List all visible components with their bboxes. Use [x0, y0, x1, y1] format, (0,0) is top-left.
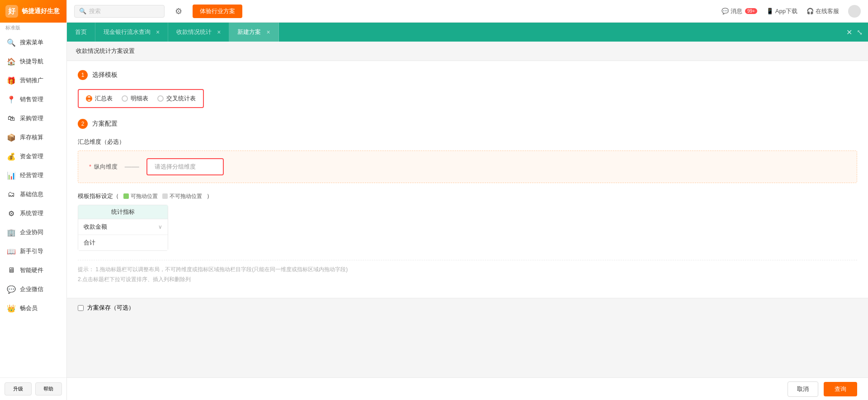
app-download-button[interactable]: 📱 App下载 — [766, 7, 797, 15]
radio-detail-circle — [122, 95, 128, 102]
sidebar-item-hardware[interactable]: 🖥智能硬件 — [0, 261, 66, 280]
radio-summary[interactable]: 汇总表 — [86, 94, 113, 103]
sidebar-item-member[interactable]: 👑畅会员 — [0, 299, 66, 318]
search-icon: 🔍 — [79, 8, 86, 14]
nav-icon-quick-nav: 🏠 — [7, 57, 15, 66]
tab-home[interactable]: 首页 — [67, 23, 95, 42]
required-mark: * — [89, 163, 91, 170]
tab-receipt-stats-close[interactable]: × — [217, 28, 221, 36]
tab-new-plan[interactable]: 新建方案 × — [229, 23, 278, 42]
nav-icon-hardware: 🖥 — [7, 266, 15, 274]
tab-receipt-stats[interactable]: 收款情况统计 × — [168, 23, 229, 42]
sidebar-item-guide[interactable]: 📖新手引导 — [0, 242, 66, 261]
tip-line1: 提示： 1.拖动标题栏可以调整布局，不可跨维度或指标区域拖动栏目字段(只能在同一… — [78, 265, 857, 275]
tab-close-all-button[interactable]: ✕ — [846, 28, 852, 37]
nav-icon-wechat: 💬 — [7, 285, 15, 293]
save-option-label: 方案保存（可选） — [87, 304, 134, 312]
sidebar-item-operation[interactable]: 📊经营管理 — [0, 166, 66, 185]
industry-solution-button[interactable]: 体验行业方案 — [193, 5, 242, 18]
nav-label-basic-info: 基础信息 — [20, 190, 43, 198]
nav-icon-member: 👑 — [7, 304, 15, 312]
search-box[interactable]: 🔍 搜索 — [74, 5, 165, 18]
nav-label-wechat: 企业微信 — [20, 285, 43, 293]
movable-dot — [123, 193, 129, 199]
radio-detail-label: 明细表 — [131, 94, 148, 103]
tabs-right-controls: ✕ ⤡ — [841, 23, 868, 42]
tab-new-plan-close[interactable]: × — [266, 28, 270, 36]
nav-icon-operation: 📊 — [7, 171, 15, 179]
radio-cross-circle — [157, 95, 164, 102]
sidebar-item-basic-info[interactable]: 🗂基础信息 — [0, 185, 66, 204]
online-service-button[interactable]: 🎧 在线客服 — [807, 7, 839, 15]
step2-badge: 2 — [78, 119, 88, 129]
content-area: 收款情况统计方案设置 1 选择模板 汇总表 明细表 — [67, 42, 868, 377]
sidebar-item-sales[interactable]: 📍销售管理 — [0, 90, 66, 109]
nav-icon-marketing: 🎁 — [7, 76, 15, 85]
nav-icon-guide: 📖 — [7, 247, 15, 255]
step2-row: 2 方案配置 — [78, 119, 857, 129]
nav-icon-purchase: 🛍 — [7, 114, 15, 122]
tab-bank-flow[interactable]: 现金银行流水查询 × — [95, 23, 168, 42]
form-section: 1 选择模板 汇总表 明细表 交叉统计表 — [67, 61, 868, 298]
template-selection-box: 汇总表 明细表 交叉统计表 — [78, 89, 204, 108]
vertical-dimension-label: * 纵向维度 — [89, 163, 118, 171]
amount-label: 收款金额 — [84, 223, 107, 231]
sidebar-item-enterprise[interactable]: 🏢企业协同 — [0, 223, 66, 242]
sidebar-item-purchase[interactable]: 🛍采购管理 — [0, 109, 66, 128]
metrics-table: 统计指标 收款金额 ∨ 合计 — [78, 205, 168, 251]
metrics-table-cell-amount[interactable]: 收款金额 ∨ — [78, 219, 168, 235]
sidebar-item-search-menu[interactable]: 🔍搜索菜单 — [0, 33, 66, 52]
sidebar-nav: 🔍搜索菜单🏠快捷导航🎁营销推广📍销售管理🛍采购管理📦库存核算💰资金管理📊经营管理… — [0, 33, 66, 377]
settings-icon[interactable]: ⚙ — [172, 5, 185, 18]
radio-summary-label: 汇总表 — [95, 94, 113, 103]
radio-cross[interactable]: 交叉统计表 — [157, 94, 196, 103]
page-title: 收款情况统计方案设置 — [76, 47, 135, 54]
tabs-bar: 首页 现金银行流水查询 × 收款情况统计 × 新建方案 × ✕ ⤡ — [67, 23, 868, 42]
nav-label-quick-nav: 快捷导航 — [20, 57, 43, 66]
sidebar-item-marketing[interactable]: 🎁营销推广 — [0, 71, 66, 90]
tab-new-plan-label: 新建方案 — [237, 28, 261, 36]
sidebar-item-system[interactable]: ⚙系统管理 — [0, 204, 66, 223]
step2-label: 方案配置 — [92, 120, 118, 128]
nav-icon-system: ⚙ — [7, 209, 15, 217]
radio-detail[interactable]: 明细表 — [122, 94, 148, 103]
amount-chevron[interactable]: ∨ — [158, 224, 162, 230]
main-area: 🔍 搜索 ⚙ 体验行业方案 💬 消息 99+ 📱 App下载 🎧 在线客服 首页 — [67, 0, 868, 400]
app-download-label: App下载 — [775, 7, 797, 15]
nav-label-finance: 资金管理 — [20, 152, 43, 160]
bottom-bar: 取消 查询 — [67, 377, 868, 400]
dimension-area: * 纵向维度 —— 请选择分组维度 — [78, 151, 857, 183]
nav-label-hardware: 智能硬件 — [20, 266, 43, 274]
nav-label-purchase: 采购管理 — [20, 114, 43, 122]
user-avatar[interactable] — [848, 5, 861, 18]
metrics-table-header: 统计指标 — [78, 205, 168, 219]
search-text: 搜索 — [89, 7, 101, 15]
tip-area: 提示： 1.拖动标题栏可以调整布局，不可跨维度或指标区域拖动栏目字段(只能在同一… — [78, 260, 857, 289]
cancel-button[interactable]: 取消 — [788, 381, 818, 397]
tab-home-label: 首页 — [75, 28, 87, 36]
online-service-label: 在线客服 — [816, 7, 839, 15]
metrics-table-total: 合计 — [78, 235, 168, 250]
nav-icon-basic-info: 🗂 — [7, 190, 15, 198]
dimension-selector[interactable]: 请选择分组维度 — [146, 158, 224, 175]
message-button[interactable]: 💬 消息 99+ — [722, 7, 757, 15]
sidebar-bottom: 升级 帮助 — [0, 377, 66, 400]
step1-row: 1 选择模板 — [78, 70, 857, 80]
app-icon: 📱 — [766, 8, 774, 14]
dimension-sub-section: 汇总维度（必选） * 纵向维度 —— 请选择分组维度 — [78, 138, 857, 183]
step1-badge: 1 — [78, 70, 88, 80]
query-button[interactable]: 查询 — [824, 382, 857, 396]
radio-cross-label: 交叉统计表 — [166, 94, 196, 103]
tab-bank-flow-close[interactable]: × — [156, 28, 160, 36]
sidebar-item-finance[interactable]: 💰资金管理 — [0, 147, 66, 166]
metrics-section: 模板指标设定（ 可拖动位置 不可拖动位置 ） 统计指标 — [78, 192, 857, 251]
radio-summary-circle — [86, 95, 92, 102]
message-badge: 99+ — [745, 8, 757, 14]
help-button[interactable]: 帮助 — [35, 382, 62, 395]
sidebar-item-quick-nav[interactable]: 🏠快捷导航 — [0, 52, 66, 71]
tab-expand-button[interactable]: ⤡ — [857, 28, 863, 37]
sidebar-item-inventory[interactable]: 📦库存核算 — [0, 128, 66, 147]
save-checkbox[interactable] — [78, 305, 84, 311]
upgrade-button[interactable]: 升级 — [5, 382, 32, 395]
sidebar-item-wechat[interactable]: 💬企业微信 — [0, 280, 66, 299]
